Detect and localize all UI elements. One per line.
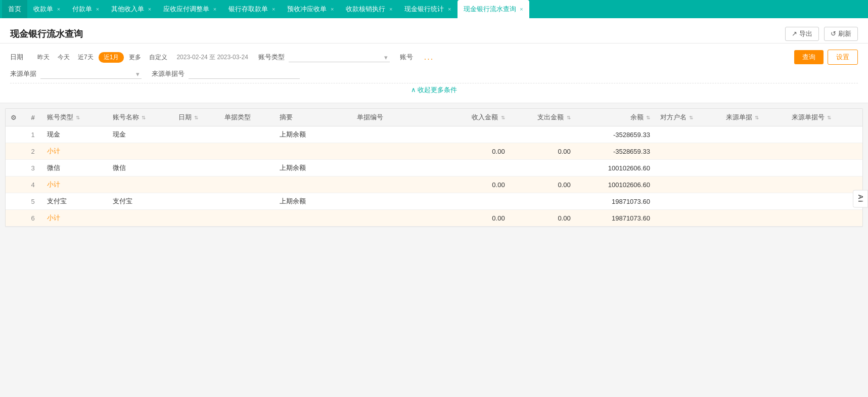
nav-close-other-income[interactable]: × — [148, 6, 151, 12]
column-balance[interactable]: 余额 ⇅ — [576, 109, 655, 126]
account-type-select[interactable] — [289, 52, 390, 62]
settings-button[interactable]: 设置 — [828, 50, 858, 65]
row-summary: 上期余额 — [275, 160, 351, 177]
collapse-label: 收起更多条件 — [418, 86, 457, 94]
row-expense — [510, 193, 576, 210]
nav-close-bank-deposit[interactable]: × — [272, 6, 275, 12]
date-btn-7days[interactable]: 近7天 — [75, 52, 97, 63]
row-doc-type — [219, 160, 275, 177]
nav-item-advance-recv[interactable]: 预收冲应收单 × — [281, 0, 340, 18]
date-options: 昨天 今天 近7天 近1月 更多 自定义 — [34, 52, 170, 63]
column-source-doc[interactable]: 来源单据 ⇅ — [721, 109, 787, 126]
nav-label-cash-bank-stat: 现金银行统计 — [404, 5, 444, 13]
row-date — [173, 210, 219, 227]
header-actions: ↗ 导出 ↺ 刷新 — [785, 27, 858, 41]
nav-item-ar-ap-adjust[interactable]: 应收应付调整单 × — [157, 0, 222, 18]
nav-item-receipts[interactable]: 收款单 × — [27, 0, 66, 18]
query-button[interactable]: 查询 — [794, 50, 824, 64]
nav-close-payments[interactable]: × — [96, 6, 99, 12]
row-account-name: 现金 — [108, 126, 173, 143]
nav-item-cash-bank-flow[interactable]: 现金银行流水查询 × — [458, 0, 529, 18]
collapse-bar[interactable]: ∧ 收起更多条件 — [10, 83, 858, 97]
row-gear-cell — [6, 177, 24, 193]
row-date — [173, 160, 219, 177]
row-gear-cell — [6, 160, 24, 177]
table-row: 2 小计 0.00 0.00 -3528659.33 — [6, 143, 862, 160]
nav-item-recv-writeoff[interactable]: 收款核销执行 × — [340, 0, 398, 18]
row-source-doc — [721, 160, 787, 177]
nav-close-ar-ap-adjust[interactable]: × — [213, 6, 216, 12]
column-expense[interactable]: 支出金额 ⇅ — [510, 109, 576, 126]
date-btn-custom[interactable]: 自定义 — [146, 52, 170, 63]
sort-icon-expense: ⇅ — [567, 115, 571, 120]
date-btn-1month[interactable]: 近1月 — [99, 52, 124, 63]
date-range-display: 2023-02-24 至 2023-03-24 — [176, 53, 248, 62]
row-balance: 100102606.60 — [576, 160, 655, 177]
column-date[interactable]: 日期 ⇅ — [173, 109, 219, 126]
account-filter-group: 账号 ... — [400, 53, 434, 62]
table-row: 6 小计 0.00 0.00 19871073.60 — [6, 210, 862, 227]
source-doc-no-filter-group: 来源单据号 — [152, 69, 300, 79]
row-income: 0.00 — [444, 177, 510, 193]
row-account-type: 支付宝 — [42, 193, 108, 210]
column-counterpart[interactable]: 对方户名 ⇅ — [655, 109, 721, 126]
row-counterpart — [655, 210, 721, 227]
row-date — [173, 177, 219, 193]
nav-close-recv-writeoff[interactable]: × — [389, 6, 392, 12]
column-gear[interactable]: ⚙ — [6, 109, 24, 126]
nav-close-receipts[interactable]: × — [57, 6, 60, 12]
nav-item-other-income[interactable]: 其他收入单 × — [105, 0, 157, 18]
row-doc-type — [219, 143, 275, 160]
date-btn-yesterday[interactable]: 昨天 — [34, 52, 53, 63]
ai-assistant-button[interactable]: Ai — [853, 190, 868, 207]
column-account-type[interactable]: 账号类型 ⇅ — [42, 109, 108, 126]
nav-item-home[interactable]: 首页 — [2, 0, 27, 18]
table-row: 3 微信 微信 上期余额 100102606.60 — [6, 160, 862, 177]
row-summary — [275, 143, 351, 160]
account-type-select-wrapper: ▾ — [289, 52, 390, 62]
date-btn-more[interactable]: 更多 — [126, 52, 144, 63]
row-gear-cell — [6, 193, 24, 210]
export-button[interactable]: ↗ 导出 — [785, 27, 819, 41]
row-expense: 0.00 — [510, 210, 576, 227]
sort-icon-income: ⇅ — [501, 115, 505, 120]
nav-label-bank-deposit: 银行存取款单 — [229, 5, 268, 13]
sort-icon-date: ⇅ — [194, 115, 198, 120]
row-account-type: 小计 — [42, 210, 108, 227]
row-doc-type — [219, 126, 275, 143]
sort-icon-counterpart: ⇅ — [689, 115, 693, 120]
row-doc-type — [219, 177, 275, 193]
nav-close-cash-bank-stat[interactable]: × — [448, 6, 451, 12]
refresh-button[interactable]: ↺ 刷新 — [824, 27, 858, 41]
nav-close-cash-bank-flow[interactable]: × — [520, 6, 523, 12]
column-source-doc-no[interactable]: 来源单据号 ⇅ — [787, 109, 862, 126]
nav-close-advance-recv[interactable]: × — [331, 6, 334, 12]
table-header: ⚙ # 账号类型 ⇅ 账号名称 ⇅ 日期 ⇅ 单据类型 — [6, 109, 862, 126]
table-row: 5 支付宝 支付宝 上期余额 19871073.60 — [6, 193, 862, 210]
source-doc-no-input[interactable] — [189, 69, 300, 79]
nav-item-bank-deposit[interactable]: 银行存取款单 × — [222, 0, 281, 18]
column-account-name[interactable]: 账号名称 ⇅ — [108, 109, 173, 126]
nav-label-other-income: 其他收入单 — [111, 5, 144, 13]
row-balance: 19871073.60 — [576, 193, 655, 210]
row-doc-type — [219, 210, 275, 227]
nav-label-home: 首页 — [8, 5, 21, 13]
row-doc-type — [219, 193, 275, 210]
source-doc-no-label: 来源单据号 — [152, 69, 185, 78]
account-type-filter-group: 账号类型 ▾ — [258, 52, 390, 62]
date-btn-today[interactable]: 今天 — [55, 52, 73, 63]
row-doc-no — [352, 126, 444, 143]
account-label: 账号 — [400, 53, 420, 62]
nav-label-ar-ap-adjust: 应收应付调整单 — [163, 5, 209, 13]
nav-item-cash-bank-stat[interactable]: 现金银行统计 × — [398, 0, 457, 18]
export-label: 导出 — [799, 29, 812, 38]
source-doc-select[interactable] — [40, 69, 142, 79]
row-account-name: 支付宝 — [108, 193, 173, 210]
nav-item-payments[interactable]: 付款单 × — [66, 0, 105, 18]
nav-label-cash-bank-flow: 现金银行流水查询 — [464, 5, 516, 13]
column-income[interactable]: 收入金额 ⇅ — [444, 109, 510, 126]
table-row: 1 现金 现金 上期余额 -3528659.33 — [6, 126, 862, 143]
row-expense — [510, 160, 576, 177]
account-dots-button[interactable]: ... — [424, 53, 434, 62]
row-expense: 0.00 — [510, 143, 576, 160]
